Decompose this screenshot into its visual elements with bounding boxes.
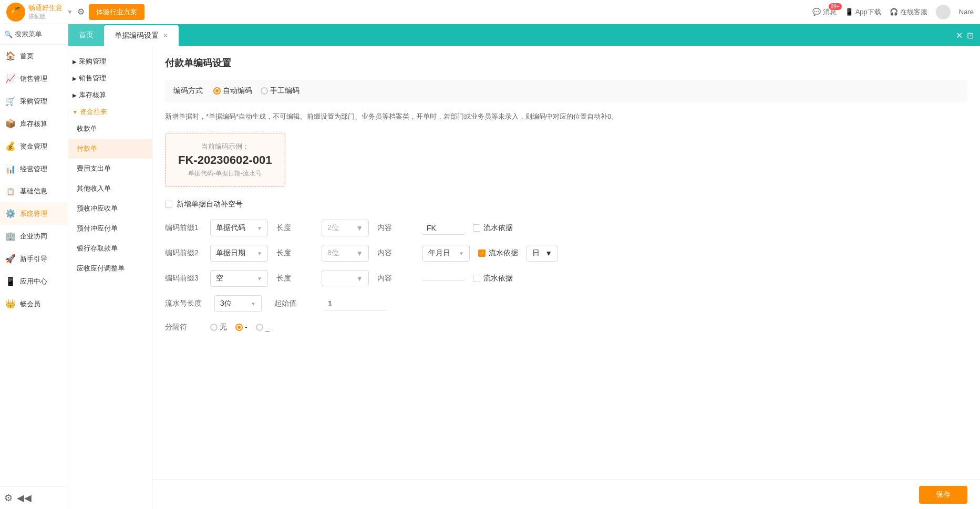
sub-menu-group-inventory[interactable]: ▶ 库存核算: [68, 85, 152, 102]
sub-menu-group-sales[interactable]: ▶ 销售管理: [68, 68, 152, 85]
sep-underscore-radio[interactable]: _: [256, 323, 270, 331]
sidebar-item-member[interactable]: 👑 畅会员: [0, 293, 68, 315]
sidebar-item-finance[interactable]: 💰 资金管理: [0, 135, 68, 158]
serial-length-select[interactable]: 3位 ▼: [214, 295, 262, 312]
sidebar-item-inventory[interactable]: 📦 库存核算: [0, 112, 68, 135]
sub-menu-item-expense[interactable]: 费用支出单: [68, 159, 152, 179]
headset-icon: 🎧: [890, 8, 898, 16]
sub-menu-item-receipt[interactable]: 收款单: [68, 119, 152, 139]
code-preview-title: 当前编码示例：: [178, 142, 272, 151]
tab-maximize-icon[interactable]: ⊡: [967, 30, 974, 40]
tab-close-icon[interactable]: ✕: [163, 32, 168, 39]
serial2-day-select[interactable]: 日 ▼: [527, 245, 558, 262]
serial3-checkbox[interactable]: 流水依据: [473, 274, 513, 283]
content2-select[interactable]: 年月日 ▼: [422, 245, 470, 262]
manual-encode-radio[interactable]: 手工编码: [261, 86, 300, 96]
sep-none-label: 无: [220, 323, 227, 332]
tab-bar: 首页 单据编码设置 ✕ ✕ ⊡: [68, 24, 980, 46]
length1-label: 长度: [276, 223, 313, 233]
sub-layout: ▶ 采购管理 ▶ 销售管理 ▶ 库存核算 ▼ 资金往来 收款单: [68, 46, 980, 509]
prefix2-value: 单据日期: [216, 248, 245, 258]
logo-text: 畅通好生意 搭配版: [28, 4, 63, 20]
appcenter-icon: 📱: [5, 276, 16, 286]
tab-minimize-icon[interactable]: ✕: [956, 30, 963, 40]
sidebar-item-operations[interactable]: 📊 经营管理: [0, 158, 68, 180]
sub-menu-item-bank[interactable]: 银行存取款单: [68, 238, 152, 258]
sub-menu-group-funds[interactable]: ▼ 资金往来: [68, 102, 152, 119]
sub-menu-item-other-income[interactable]: 其他收入单: [68, 179, 152, 199]
home-icon: 🏠: [5, 51, 16, 61]
settings-icon[interactable]: ⚙: [77, 7, 85, 17]
system-icon: ⚙️: [5, 209, 16, 219]
auto-fill-checkbox[interactable]: [165, 201, 172, 208]
sub-menu-item-label: 预付冲应付单: [77, 224, 118, 233]
serial2-checkbox[interactable]: ✓ 流水依据: [478, 248, 518, 258]
sidebar-search[interactable]: 🔍 搜索菜单: [0, 24, 68, 45]
top-bar: 🍊 畅通好生意 搭配版 ▼ ⚙ 体验行业方案 💬 消息 99+ 📱 App下载 …: [0, 0, 980, 24]
content2-arrow: ▼: [459, 251, 464, 256]
start-value-input[interactable]: [324, 297, 387, 310]
settings-bottom-icon[interactable]: ⚙: [4, 492, 13, 504]
sidebar-item-appcenter[interactable]: 📱 应用中心: [0, 270, 68, 293]
sep-dot-radio[interactable]: -: [235, 323, 247, 331]
content2-label: 内容: [377, 248, 414, 258]
sub-menu-group-label: 销售管理: [79, 74, 106, 83]
experience-btn[interactable]: 体验行业方案: [89, 4, 145, 20]
serial2-checkbox-box: ✓: [478, 250, 486, 257]
sub-menu-item-adjust[interactable]: 应收应付调整单: [68, 258, 152, 278]
search-label: 搜索菜单: [15, 29, 42, 39]
content1-label: 内容: [377, 223, 414, 233]
tab-bar-controls: ✕ ⊡: [956, 30, 980, 40]
serial-length-label: 流水号长度: [165, 299, 202, 308]
sub-sidebar: ▶ 采购管理 ▶ 销售管理 ▶ 库存核算 ▼ 资金往来 收款单: [68, 46, 152, 509]
sub-menu-item-payment[interactable]: 付款单: [68, 139, 152, 159]
sidebar-item-sales[interactable]: 📈 销售管理: [0, 67, 68, 90]
sub-menu-group-purchase[interactable]: ▶ 采购管理: [68, 51, 152, 68]
inventory-icon: 📦: [5, 119, 16, 129]
dropdown-arrow[interactable]: ▼: [67, 8, 73, 16]
save-button[interactable]: 保存: [919, 486, 967, 504]
length2-select[interactable]: 8位 ▼: [322, 245, 369, 262]
basics-icon: 📋: [5, 188, 16, 195]
auto-fill-label: 新增单据自动补空号: [177, 200, 243, 209]
sidebar-item-label: 新手引导: [20, 254, 47, 264]
top-bar-right: 💬 消息 99+ 📱 App下载 🎧 在线客服 Nare: [812, 5, 974, 19]
prefix3-select[interactable]: 空 ▼: [210, 270, 268, 287]
sep-none-radio[interactable]: 无: [210, 323, 227, 332]
purchase-icon: 🛒: [5, 96, 16, 106]
message-btn[interactable]: 💬 消息 99+: [812, 7, 837, 17]
content3-value: [422, 276, 465, 281]
newguide-icon: 🚀: [5, 254, 16, 264]
sub-menu-item-advance-receive[interactable]: 预收冲应收单: [68, 199, 152, 219]
prefix3-arrow: ▼: [257, 276, 262, 282]
sub-menu-item-label: 费用支出单: [77, 164, 111, 173]
prefix2-select[interactable]: 单据日期 ▼: [210, 245, 268, 262]
sidebar-item-purchase[interactable]: 🛒 采购管理: [0, 90, 68, 112]
tab-encode-settings[interactable]: 单据编码设置 ✕: [104, 25, 179, 46]
sub-menu-item-advance-pay[interactable]: 预付冲应付单: [68, 219, 152, 238]
sidebar-item-enterprise[interactable]: 🏢 企业协同: [0, 225, 68, 247]
prefix1-select[interactable]: 单据代码 ▼: [210, 220, 268, 236]
content-area: 首页 单据编码设置 ✕ ✕ ⊡ ▶ 采购管理 ▶ 销售管理: [68, 24, 980, 509]
user-avatar[interactable]: [936, 5, 951, 19]
message-icon: 💬: [812, 8, 821, 16]
sidebar-item-system[interactable]: ⚙️ 系统管理: [0, 202, 68, 225]
collapse-icon[interactable]: ◀◀: [17, 492, 32, 504]
length1-select[interactable]: 2位 ▼: [322, 220, 369, 236]
length3-select[interactable]: ▼: [322, 271, 369, 286]
sidebar-item-label: 经营管理: [20, 164, 47, 174]
tab-home[interactable]: 首页: [68, 24, 104, 46]
serial2-label: 流水依据: [489, 248, 518, 258]
online-service-btn[interactable]: 🎧 在线客服: [890, 7, 927, 17]
sub-menu-item-label: 银行存取款单: [77, 244, 118, 253]
sub-menu-item-label: 收款单: [77, 124, 97, 133]
length1-value: 2位: [327, 223, 339, 233]
auto-encode-radio[interactable]: 自动编码: [213, 86, 252, 96]
sidebar-item-newguide[interactable]: 🚀 新手引导: [0, 247, 68, 270]
app-download-btn[interactable]: 📱 App下载: [845, 7, 881, 17]
serial1-checkbox[interactable]: 流水依据: [473, 223, 513, 233]
sidebar-item-home[interactable]: 🏠 首页: [0, 45, 68, 67]
encode-method-label: 编码方式: [173, 86, 203, 96]
sidebar-item-basics[interactable]: 📋 基础信息: [0, 180, 68, 202]
app-icon: 📱: [845, 8, 853, 16]
